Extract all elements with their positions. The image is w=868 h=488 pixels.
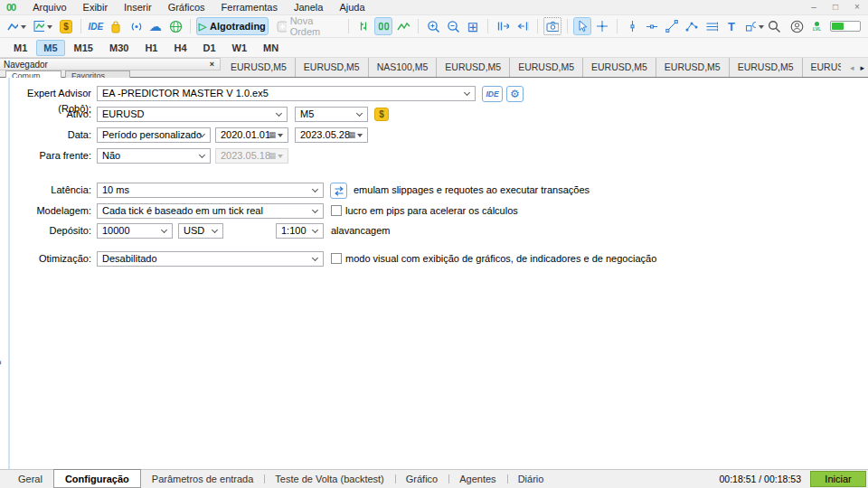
zoom-out-button[interactable]: [444, 17, 462, 35]
tester-tab[interactable]: Parâmetros de entrada: [141, 470, 265, 488]
chart-tab[interactable]: NAS100,M5: [368, 58, 437, 77]
profit-in-pips-checkbox[interactable]: [331, 205, 342, 216]
signals-button[interactable]: [127, 17, 145, 35]
zoom-in-button[interactable]: [424, 17, 442, 35]
toolbar: $ IDE ☁ ▷ Algotrading Nova Ordem ⊞: [0, 15, 868, 38]
navigator-panel-header[interactable]: Navegador ×: [0, 58, 221, 70]
crosshair-icon: [596, 20, 609, 33]
minimize-button[interactable]: –: [803, 0, 825, 14]
chart-tab[interactable]: EURUSD,M5: [436, 58, 509, 77]
chart-tab[interactable]: EURUSD,M5: [509, 58, 582, 77]
navigator-tab-favoritos[interactable]: Favoritos: [65, 70, 130, 78]
cursor-tool-button[interactable]: [573, 17, 591, 35]
modeling-select[interactable]: Cada tick é baseado em um tick real: [97, 203, 324, 219]
horizontal-line-tool-button[interactable]: [643, 17, 661, 35]
timeframe-button[interactable]: H4: [166, 40, 193, 56]
deposit-select[interactable]: 10000: [97, 223, 173, 239]
timeframe-button[interactable]: M30: [102, 40, 136, 56]
new-chart-button[interactable]: [5, 17, 29, 35]
candle-chart-button[interactable]: [374, 17, 392, 35]
tester-tab[interactable]: Geral: [7, 470, 53, 488]
date-from-picker[interactable]: ▦: [266, 129, 286, 141]
chart-profile-button[interactable]: [31, 17, 55, 35]
maximize-button[interactable]: □: [825, 0, 846, 14]
algotrading-button[interactable]: ▷ Algotrading: [196, 17, 269, 35]
timeframe-select[interactable]: M5: [295, 107, 368, 122]
leverage-select[interactable]: 1:100: [276, 223, 324, 239]
cloud-button[interactable]: ☁: [146, 17, 165, 35]
chart-tab[interactable]: EURUSD,M5: [222, 58, 295, 77]
screenshot-button[interactable]: [543, 17, 561, 35]
tester-tab[interactable]: Agentes: [448, 470, 506, 488]
tick-chart-button[interactable]: [354, 17, 373, 35]
shift-chart-end-button[interactable]: [514, 17, 532, 35]
menu-item[interactable]: Gráficos: [160, 1, 213, 14]
trendline-tool-button[interactable]: [663, 17, 681, 35]
menu-item[interactable]: Inserir: [116, 1, 160, 14]
line-chart-button[interactable]: [394, 17, 412, 35]
new-order-button[interactable]: Nova Ordem: [270, 17, 344, 35]
tester-tab[interactable]: Gráfico: [395, 470, 448, 488]
shapes-tool-button[interactable]: [742, 17, 767, 35]
currency-select[interactable]: USD: [178, 223, 223, 239]
vps-button[interactable]: [166, 17, 184, 35]
timeframe-button[interactable]: M5: [36, 40, 64, 56]
latency-select[interactable]: 10 ms: [97, 183, 324, 198]
optimization-select[interactable]: Desabilitado: [97, 251, 324, 267]
chart-tab[interactable]: EURUSD,M5: [295, 58, 368, 77]
close-button[interactable]: ×: [846, 0, 868, 14]
shift-chart-right-button[interactable]: [494, 17, 512, 35]
menu-item[interactable]: Ajuda: [331, 1, 373, 14]
latency-info-button[interactable]: [330, 183, 347, 199]
symbol-properties-button[interactable]: $: [374, 108, 389, 121]
date-to-picker[interactable]: ▦: [345, 129, 365, 141]
chart-tab[interactable]: EURUSD,M5: [729, 58, 802, 77]
edit-expert-ide-button[interactable]: IDE: [482, 86, 503, 102]
connection-level-indicator[interactable]: LVL: [813, 22, 821, 32]
tester-tab[interactable]: Diário: [507, 470, 555, 488]
crosshair-tool-button[interactable]: [593, 17, 611, 35]
navigator-close-icon[interactable]: ×: [210, 60, 220, 69]
date-from-field[interactable]: 2020.01.01 ▦: [215, 127, 288, 143]
scroll-tabs-left-icon[interactable]: ◂: [850, 63, 854, 72]
timeframe-button[interactable]: MN: [256, 40, 286, 56]
forward-date-field: 2023.05.18 ▦: [215, 148, 288, 164]
visual-mode-checkbox[interactable]: [331, 253, 342, 264]
date-mode-select[interactable]: Período personalizado: [97, 127, 211, 143]
vertical-line-tool-button[interactable]: [623, 17, 641, 35]
timeframe-button[interactable]: M1: [6, 40, 34, 56]
scroll-tabs-right-icon[interactable]: ▸: [860, 63, 864, 72]
timeframe-button[interactable]: H1: [137, 40, 165, 56]
equidistant-channel-tool-button[interactable]: [703, 17, 721, 35]
grid-toggle-button[interactable]: ⊞: [464, 17, 482, 35]
search-button[interactable]: [768, 20, 781, 33]
menu-item[interactable]: Arquivo: [24, 1, 74, 14]
forward-mode-select[interactable]: Não: [97, 148, 211, 164]
timeframe-button[interactable]: D1: [196, 40, 223, 56]
expert-settings-button[interactable]: ⚙: [506, 86, 524, 102]
ide-toolbar-button[interactable]: IDE: [87, 17, 105, 35]
start-button[interactable]: Iniciar: [810, 471, 866, 487]
chart-tab[interactable]: EURUSD,M5: [802, 58, 841, 77]
menu-item[interactable]: Ferramentas: [213, 1, 286, 14]
menu-item[interactable]: Janela: [286, 1, 331, 14]
timeframe-button[interactable]: M15: [67, 40, 100, 56]
tester-tab[interactable]: Configuração: [53, 469, 141, 488]
market-button[interactable]: [107, 17, 125, 35]
expert-select[interactable]: EA -PREDICTOR MASTER V 1.0.ex5: [97, 86, 476, 101]
chart-tab[interactable]: EURUSD,M5: [656, 58, 729, 77]
chevron-down-icon: [312, 186, 318, 192]
navigator-tab-comum[interactable]: Comum: [5, 70, 61, 78]
optimization-label: Otimização:: [0, 251, 91, 267]
tester-tab[interactable]: Teste de Volta (backtest): [264, 470, 394, 488]
test-duration: 00:18:51 / 00:18:53: [720, 474, 802, 484]
menu-item[interactable]: Exibir: [75, 1, 117, 14]
market-watch-button[interactable]: $: [57, 17, 75, 35]
date-to-field[interactable]: 2023.05.28 ▦: [295, 127, 368, 143]
account-button[interactable]: [790, 20, 804, 33]
chart-tab[interactable]: EURUSD,M5: [582, 58, 656, 77]
polyline-tool-button[interactable]: [683, 17, 701, 35]
text-tool-button[interactable]: T: [722, 17, 741, 35]
timeframe-button[interactable]: W1: [225, 40, 255, 56]
symbol-select[interactable]: EURUSD: [97, 107, 288, 122]
